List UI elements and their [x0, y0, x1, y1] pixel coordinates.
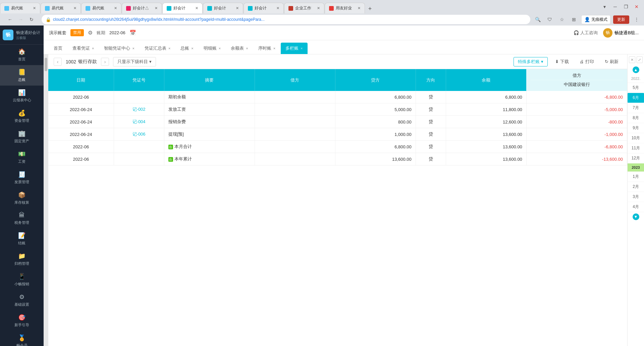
- tab-vouchers-close[interactable]: ×: [92, 46, 94, 50]
- sidebar-label-member: 畅会员: [16, 343, 28, 346]
- tab-4[interactable]: 好会计△ ✕: [122, 3, 162, 13]
- star-icon[interactable]: ☆: [557, 15, 567, 24]
- headset-icon: 🎧: [574, 30, 579, 35]
- left-scroll[interactable]: [44, 54, 48, 346]
- tab-balance-close[interactable]: ×: [246, 46, 248, 50]
- voucher-link[interactable]: 记-006: [132, 132, 146, 137]
- update-button[interactable]: 更新: [613, 15, 629, 24]
- sidebar-item-assets[interactable]: 🏢 固定资产: [0, 127, 44, 147]
- close-window-button[interactable]: ✕: [632, 2, 641, 11]
- tab-3[interactable]: 易代账 ✕: [81, 3, 121, 13]
- sidebar-item-expense[interactable]: 📱 小畅报销: [0, 269, 44, 290]
- voucher-link[interactable]: 记-002: [132, 107, 146, 112]
- minimize-button[interactable]: ─: [610, 2, 620, 11]
- wuhen-mode-button[interactable]: 👤 无痕模式: [581, 15, 610, 24]
- cell-extra: -5,000.00: [526, 103, 627, 116]
- date-month-item[interactable]: 2月: [628, 182, 644, 192]
- sidebar-item-settings[interactable]: ⚙ 基础设置: [0, 290, 44, 310]
- sidebar-item-close[interactable]: 📝 结账: [0, 229, 44, 249]
- date-month-item[interactable]: 12月: [628, 153, 644, 163]
- tab-voucher-summary-close[interactable]: ×: [168, 46, 170, 50]
- sidebar-item-member[interactable]: 🏅 畅会员: [0, 331, 44, 346]
- tab-multi-column-close[interactable]: ×: [301, 46, 303, 50]
- user-info[interactable]: 畅 畅捷通B组...: [603, 28, 639, 38]
- tab-smart-voucher-close[interactable]: ×: [132, 46, 134, 50]
- tab-8[interactable]: 企业工作 ✕: [284, 3, 324, 13]
- account-status-badge[interactable]: 禁用: [70, 29, 84, 36]
- special-multi-account-button[interactable]: 特殊多栏账 ▾: [514, 57, 548, 66]
- tab-balance[interactable]: 余额表 ×: [226, 43, 253, 54]
- cell-voucher[interactable]: 记-006: [114, 128, 164, 141]
- date-month-item[interactable]: 6月: [628, 93, 644, 103]
- date-month-item[interactable]: 11月: [628, 143, 644, 153]
- next-account-button[interactable]: ›: [101, 58, 109, 66]
- address-bar[interactable]: 🔒 cloud2.chanjet.com/accounting/uh26t264…: [42, 15, 530, 24]
- refresh-button[interactable]: ↻ 刷新: [601, 57, 622, 66]
- prev-account-button[interactable]: ‹: [54, 58, 62, 66]
- tab-1[interactable]: 易代账 ✕: [0, 3, 40, 13]
- date-month-item[interactable]: 1月: [628, 172, 644, 182]
- tab-9[interactable]: 用友好业 ✕: [325, 3, 365, 13]
- date-month-item[interactable]: 10月: [628, 133, 644, 143]
- tab-sequence-ledger[interactable]: 序时账 ×: [254, 43, 280, 54]
- scroll-down-button[interactable]: ▼: [633, 213, 639, 220]
- cell-credit: 800.00: [335, 116, 416, 128]
- calendar-icon[interactable]: 📅: [129, 30, 136, 36]
- shield-icon[interactable]: 🛡: [545, 15, 554, 24]
- sidebar-item-reports[interactable]: 📊 云报表中心: [0, 86, 44, 106]
- cell-debit: [255, 116, 335, 128]
- reload-button[interactable]: ↻: [27, 15, 36, 24]
- expand-panel-button[interactable]: ⤢: [637, 56, 643, 63]
- scroll-thumb[interactable]: [45, 58, 47, 71]
- scroll-up-button[interactable]: ▲: [633, 66, 639, 73]
- tab-general-ledger[interactable]: 总账 ×: [176, 43, 198, 54]
- back-button[interactable]: ←: [5, 15, 15, 24]
- sidebar-item-tax[interactable]: 🏛 税务管理: [0, 208, 44, 229]
- tab-detail-ledger[interactable]: 明细账 ×: [199, 43, 225, 54]
- date-month-item[interactable]: 7月: [628, 103, 644, 113]
- extensions-button[interactable]: ⋮: [632, 15, 641, 24]
- demo-account-label: 演示账套: [49, 30, 66, 36]
- sidebar-item-invoice[interactable]: 🧾 发票管理: [0, 167, 44, 188]
- search-button[interactable]: 🔍: [533, 15, 542, 24]
- forward-button[interactable]: →: [16, 15, 25, 24]
- maximize-button[interactable]: ❐: [621, 2, 631, 11]
- tab-multi-column[interactable]: 多栏账 ×: [281, 43, 307, 54]
- tab-2[interactable]: 易代账 ✕: [41, 3, 81, 13]
- date-month-item[interactable]: 4月: [628, 202, 644, 212]
- sidebar-item-guide[interactable]: 🎯 新手引导: [0, 310, 44, 331]
- sidebar-item-home[interactable]: 🏠 首页: [0, 45, 44, 65]
- print-button[interactable]: 🖨 打印: [576, 57, 597, 66]
- cell-direction: 贷: [416, 128, 446, 141]
- tab-list-button[interactable]: ▾: [600, 2, 609, 11]
- tab-voucher-summary[interactable]: 凭证汇总表 ×: [140, 43, 175, 54]
- voucher-link[interactable]: 记-004: [132, 119, 146, 124]
- date-month-item[interactable]: 9月: [628, 123, 644, 133]
- tab-vouchers[interactable]: 查看凭证 ×: [68, 43, 99, 54]
- date-month-item[interactable]: 5月: [628, 83, 644, 93]
- sidebar-item-ledger[interactable]: 📒 总账: [0, 65, 44, 86]
- tab-5-active[interactable]: 好会计 ✕: [162, 3, 203, 13]
- date-month-item[interactable]: 3月: [628, 192, 644, 202]
- download-button[interactable]: ⬇ 下载: [552, 57, 572, 66]
- settings-gear-icon[interactable]: ⚙: [88, 30, 93, 36]
- tab-detail-ledger-close[interactable]: ×: [219, 46, 221, 50]
- tab-general-ledger-close[interactable]: ×: [191, 46, 193, 50]
- sidebar-item-inventory[interactable]: 📦 库存核算: [0, 188, 44, 208]
- tab-7[interactable]: 好会计 ✕: [244, 3, 284, 13]
- tab-sequence-ledger-close[interactable]: ×: [273, 46, 275, 50]
- cell-voucher[interactable]: 记-002: [114, 103, 164, 116]
- sidebar-item-archive[interactable]: 📁 归档管理: [0, 249, 44, 269]
- service-button[interactable]: 🎧 人工咨询: [574, 30, 598, 36]
- sidebar-item-salary[interactable]: 💵 工资: [0, 147, 44, 167]
- sidebar-toggle-button[interactable]: ⊞: [569, 15, 579, 24]
- close-panel-button[interactable]: ✕: [629, 56, 635, 63]
- cell-voucher[interactable]: 记-004: [114, 116, 164, 128]
- new-tab-button[interactable]: +: [365, 4, 375, 13]
- show-sub-accounts-button[interactable]: 只显示下级科目 ▾: [113, 57, 156, 66]
- tab-home[interactable]: 首页: [49, 43, 67, 54]
- date-month-item[interactable]: 8月: [628, 113, 644, 123]
- sidebar-item-funds[interactable]: 💰 资金管理: [0, 106, 44, 127]
- tab-smart-voucher[interactable]: 智能凭证中心 ×: [99, 43, 139, 54]
- tab-6[interactable]: 好会计 ✕: [203, 3, 243, 13]
